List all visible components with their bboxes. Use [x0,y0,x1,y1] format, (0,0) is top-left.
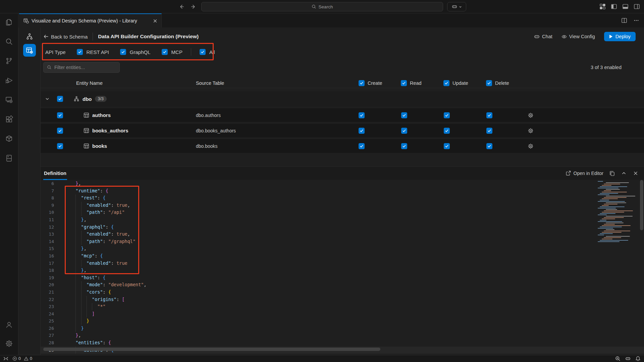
toggle-panel-icon[interactable] [622,3,629,10]
all-checkbox[interactable] [200,49,206,55]
nav-back-button[interactable] [178,3,185,10]
read-all-checkbox[interactable] [401,80,407,86]
filter-entities-input[interactable] [43,62,120,73]
run-debug-icon[interactable] [5,76,13,84]
entity-table-body: dbo3/3 authors dbo.authors books_authors… [41,91,644,153]
code-line-23: 23 "*" [41,303,644,310]
filter-row: 3 of 3 enabled [41,62,644,73]
more-actions-icon[interactable] [633,17,639,23]
authors-update-checkbox[interactable] [444,112,450,118]
open-in-editor-button[interactable]: Open in Editor [566,171,604,176]
authors-delete-checkbox[interactable] [486,112,492,118]
toggle-primary-sidebar-icon[interactable] [611,3,617,10]
chat-button[interactable]: Chat [534,34,552,40]
close-icon[interactable] [152,18,158,24]
entity-settings-gear-icon[interactable] [528,112,534,118]
definition-header: Definition Open in Editor [41,166,644,180]
layout-controls [599,3,640,10]
definition-code-editor[interactable]: 6 },7 "runtime": {8 "rest": {9 "enabled"… [41,180,644,355]
source-control-icon[interactable] [5,57,13,65]
filter-text-field[interactable] [54,65,116,70]
line-number: 26 [41,325,54,332]
entity-row-books_authors[interactable]: books_authors dbo.books_authors [41,124,644,137]
remote-indicator[interactable] [3,356,8,361]
group-dbo-checkbox[interactable] [57,96,63,102]
line-number: 19 [41,274,54,282]
minimap[interactable] [598,181,636,243]
remote-explorer-icon[interactable] [5,96,13,104]
option-graphql[interactable]: GraphQL [120,49,151,55]
command-center-search[interactable]: Search [201,2,443,11]
books-enabled-checkbox[interactable] [57,143,63,149]
option-all[interactable]: All [200,49,215,55]
definition-tab[interactable]: Definition [43,167,67,180]
books_authors-update-checkbox[interactable] [444,128,450,134]
copilot-icon [452,4,457,9]
column-update: Update [425,80,468,86]
extensions-icon[interactable] [5,115,13,123]
chevron-up-icon[interactable] [621,170,627,176]
activity-bar [0,13,18,355]
books-delete-checkbox[interactable] [486,143,492,149]
chevron-down-icon[interactable] [45,97,50,101]
zoom-icon[interactable] [615,356,621,361]
books_authors-create-checkbox[interactable] [359,128,365,134]
rail-schema-designer-button[interactable] [23,30,36,43]
dab-webview: Back to Schema Data API Builder Configur… [18,27,644,355]
vertical-scrollbar[interactable] [640,180,643,230]
problems-indicator[interactable]: 0 0 [12,356,32,361]
books_authors-delete-checkbox[interactable] [486,128,492,134]
update-all-checkbox[interactable] [443,80,449,86]
nav-forward-button[interactable] [190,3,197,10]
copilot-status-icon[interactable] [625,356,631,361]
column-source-table: Source Table [196,80,340,86]
schema-icon [73,96,79,102]
schema-group-row[interactable]: dbo3/3 [41,91,644,107]
view-config-button[interactable]: View Config [561,34,595,39]
database-icon[interactable] [5,154,13,162]
option-mcp[interactable]: MCP [162,49,182,55]
authors-create-checkbox[interactable] [359,112,365,118]
close-icon[interactable] [633,170,639,176]
authors-enabled-checkbox[interactable] [57,112,63,118]
containers-icon[interactable] [5,135,13,143]
books-update-checkbox[interactable] [444,143,450,149]
entity-settings-gear-icon[interactable] [528,128,534,134]
entity-row-authors[interactable]: authors dbo.authors [41,108,644,122]
horizontal-scrollbar[interactable] [43,348,380,351]
line-number: 13 [41,231,54,238]
search-sidebar-icon[interactable] [5,38,13,46]
books_authors-enabled-checkbox[interactable] [57,128,63,134]
entity-name: books_authors [92,128,128,133]
account-icon[interactable] [5,321,13,329]
code-line-20: 20 "mode": "development", [41,281,644,289]
rail-dab-config-button[interactable] [23,44,36,57]
books-read-checkbox[interactable] [401,143,407,149]
back-to-schema-button[interactable]: Back to Schema [43,34,88,40]
explorer-icon[interactable] [5,18,13,26]
create-all-checkbox[interactable] [359,80,365,86]
bell-icon[interactable] [635,356,641,361]
toggle-secondary-sidebar-icon[interactable] [634,3,640,10]
option-rest-api[interactable]: REST API [77,49,109,55]
deploy-button[interactable]: Deploy [604,32,636,41]
authors-read-checkbox[interactable] [401,112,407,118]
entity-settings-gear-icon[interactable] [528,143,534,149]
customize-layout-icon[interactable] [599,3,606,10]
line-number: 11 [41,216,54,224]
books_authors-read-checkbox[interactable] [401,128,407,134]
copy-icon[interactable] [609,170,615,176]
code-line-25: 25 } [41,317,644,325]
webview-rail [18,27,40,355]
rest-api-checkbox[interactable] [77,49,83,55]
mcp-checkbox[interactable] [162,49,168,55]
graphql-checkbox[interactable] [120,49,126,55]
settings-gear-icon[interactable] [5,340,13,348]
line-number: 25 [41,317,54,325]
entity-row-books[interactable]: books dbo.books [41,139,644,153]
split-editor-icon[interactable] [621,17,627,23]
copilot-menu-button[interactable] [447,2,466,11]
books-create-checkbox[interactable] [359,143,365,149]
delete-all-checkbox[interactable] [486,80,492,86]
tab-visualize-schema[interactable]: Visualize and Design Schema (Preview) - … [19,13,162,27]
